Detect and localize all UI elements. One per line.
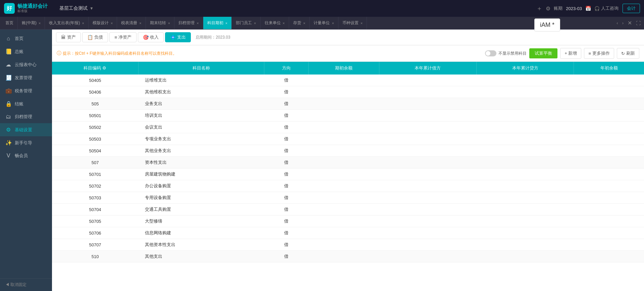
tab-next-button[interactable]: › <box>620 17 626 29</box>
table-row[interactable]: 50502 会议支出 借 <box>52 122 644 133</box>
sub-tab-收入[interactable]: 🎯收入 <box>138 32 164 42</box>
sidebar-item-畅会员[interactable]: V畅会员 <box>0 149 52 162</box>
tab-label: 科目期初 <box>207 20 223 26</box>
refresh-icon: ↻ <box>621 51 625 56</box>
tab-item-4[interactable]: 税表清册× <box>117 17 146 29</box>
cell-year-opening <box>574 75 644 86</box>
table-row[interactable]: 50406 其他维权支出 借 <box>52 86 644 98</box>
cell-year-opening <box>574 110 644 122</box>
table-row[interactable]: 510 其他支出 借 <box>52 251 644 262</box>
cell-ytd-credit <box>476 157 574 168</box>
close-all-tabs-button[interactable]: ✕ <box>626 17 634 29</box>
tab-close-icon[interactable]: × <box>168 21 170 25</box>
tab-item-8[interactable]: 部门员工× <box>232 17 260 29</box>
customer-service-button[interactable]: 🎧 人工咨询 <box>594 5 619 11</box>
sub-tab-资产[interactable]: 🏛资产 <box>56 32 81 42</box>
sidebar-label-1: 总账 <box>15 49 23 55</box>
tab-prev-button[interactable]: ‹ <box>614 17 620 29</box>
refresh-button[interactable]: ↻ 刷新 <box>617 48 639 59</box>
sidebar-item-基础设置[interactable]: ⚙基础设置 <box>0 123 52 136</box>
cell-year-opening <box>574 86 644 98</box>
sidebar-item-结账[interactable]: 🔒结账 <box>0 97 52 110</box>
cell-opening <box>308 98 379 110</box>
cell-ytd-credit <box>476 251 574 262</box>
table-row[interactable]: 50701 房屋建筑物购建 借 <box>52 168 644 180</box>
tab-close-icon[interactable]: × <box>197 21 199 25</box>
tab-item-0[interactable]: 首页 <box>1 17 18 29</box>
tab-item-11[interactable]: 计量单位× <box>310 17 338 29</box>
add-project-button[interactable]: ＋ <box>536 4 542 12</box>
table-row[interactable]: 50707 其他资本性支出 借 <box>52 239 644 251</box>
tab-close-icon[interactable]: × <box>111 21 113 25</box>
collapse-sidebar-button[interactable]: ◀ 取消固定 <box>0 278 52 291</box>
tab-label: 部门员工 <box>236 20 252 26</box>
tab-item-5[interactable]: 期末结转× <box>146 17 174 29</box>
sidebar-item-总账[interactable]: 📒总账 <box>0 45 52 58</box>
column-settings-icon[interactable]: ⚙ <box>102 65 106 70</box>
cell-code: 50501 <box>52 110 138 122</box>
tab-item-10[interactable]: 存货× <box>289 17 310 29</box>
add-button[interactable]: + 新增 <box>560 48 581 59</box>
sidebar-item-归档管理[interactable]: 🗂归档管理 <box>0 110 52 123</box>
sidebar-item-云报表中心[interactable]: ☁云报表中心 <box>0 58 52 71</box>
table-row[interactable]: 507 资本性支出 借 <box>52 157 644 168</box>
cell-direction: 借 <box>264 204 308 215</box>
tab-close-icon[interactable]: × <box>39 21 41 25</box>
sub-tab-icon-0: 🏛 <box>61 35 66 40</box>
period-label: 账期 <box>554 5 562 11</box>
expand-tabs-button[interactable]: ⛶ <box>634 17 643 29</box>
trial-balance-button[interactable]: 试算平衡 <box>529 48 557 58</box>
cell-opening <box>308 192 379 204</box>
tab-item-12[interactable]: 币种设置× <box>338 17 367 29</box>
cell-code: 505 <box>52 98 138 110</box>
table-row[interactable]: 50706 信息网络购建 借 <box>52 227 644 239</box>
tab-item-9[interactable]: 往来单位× <box>261 17 289 29</box>
table-row[interactable]: 50703 专用设备购置 借 <box>52 192 644 204</box>
sidebar-label-3: 发票管理 <box>15 75 32 81</box>
sidebar-item-新手引导[interactable]: ✨新手引导 <box>0 136 52 149</box>
tab-close-icon[interactable]: × <box>361 21 363 25</box>
tab-close-icon[interactable]: × <box>332 21 334 25</box>
cell-name: 办公设备购置 <box>138 180 264 192</box>
tab-item-6[interactable]: 归档管理× <box>174 17 203 29</box>
tab-close-icon[interactable]: × <box>303 21 305 25</box>
table-row[interactable]: 50704 交通工具购置 借 <box>52 204 644 215</box>
tab-close-icon[interactable]: × <box>139 21 141 25</box>
tab-item-1[interactable]: 账(中期)× <box>18 17 45 29</box>
table-row[interactable]: 50501 培训支出 借 <box>52 110 644 122</box>
table-row[interactable]: 50504 其他业务支出 借 <box>52 145 644 157</box>
more-actions-button[interactable]: ≡ 更多操作 <box>584 48 614 59</box>
sidebar-item-税务管理[interactable]: 💼税务管理 <box>0 84 52 97</box>
table-row[interactable]: 50705 大型修缮 借 <box>52 215 644 227</box>
account-button[interactable]: 会计 <box>623 4 640 13</box>
project-settings-icon[interactable]: ⚙ <box>546 5 550 12</box>
cell-name: 大型修缮 <box>138 215 264 227</box>
tab-close-icon[interactable]: × <box>283 21 285 25</box>
cell-opening <box>308 86 379 98</box>
sidebar-label-7: 基础设置 <box>15 127 32 133</box>
sidebar-item-首页[interactable]: ⌂首页 <box>0 32 52 45</box>
cell-ytd-debit <box>379 98 476 110</box>
cell-ytd-debit <box>379 227 476 239</box>
sub-tab-支出[interactable]: 💠支出 <box>165 32 191 42</box>
table-row[interactable]: 50503 专项业务支出 借 <box>52 133 644 145</box>
tab-close-icon[interactable]: × <box>254 21 256 25</box>
sub-tab-净资产[interactable]: ≡净资产 <box>109 32 137 42</box>
accounts-table: 科目编码 ⚙科目名称方向期初余额本年累计借方本年累计贷方年初余额 50405 运… <box>52 62 644 262</box>
cell-ytd-credit <box>476 180 574 192</box>
tab-close-icon[interactable]: × <box>225 21 227 25</box>
tab-close-icon[interactable]: × <box>82 21 84 25</box>
project-dropdown-icon[interactable]: ▼ <box>90 6 94 11</box>
table-row[interactable]: 50702 办公设备购置 借 <box>52 180 644 192</box>
cell-ytd-credit <box>476 239 574 251</box>
table-row[interactable]: 505 业务支出 借 <box>52 98 644 110</box>
sidebar-item-发票管理[interactable]: 🧾发票管理 <box>0 71 52 84</box>
tab-item-2[interactable]: 收入支出表(年报)× <box>45 17 88 29</box>
calendar-icon[interactable]: 📅 <box>585 6 591 11</box>
table-row[interactable]: 50405 运维维支出 借 <box>52 75 644 86</box>
tab-item-7[interactable]: 科目期初× <box>203 17 232 29</box>
tab-item-3[interactable]: 模版设计× <box>89 17 117 29</box>
period-value: 2023-03 <box>566 6 582 11</box>
sub-tab-负债[interactable]: 📋负债 <box>82 32 108 42</box>
disable-toggle[interactable] <box>485 50 496 56</box>
